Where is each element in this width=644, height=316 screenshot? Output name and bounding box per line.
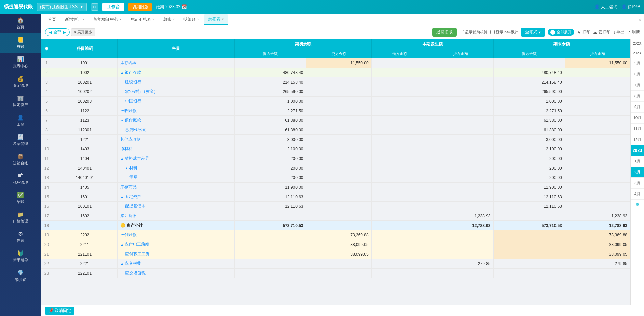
row-name[interactable]: 零星 bbox=[118, 173, 235, 183]
row-name[interactable]: ▲ 预付账款 bbox=[118, 116, 235, 125]
sidebar-item-wages[interactable]: 👤 工资 bbox=[0, 111, 41, 130]
row-name-link[interactable]: 应交增值税 bbox=[125, 271, 146, 275]
switch-version-button[interactable]: 切到旧版 bbox=[128, 3, 152, 11]
sidebar-item-tax[interactable]: 🏛 税务管理 bbox=[0, 169, 41, 188]
right-panel-apr[interactable]: 4月 bbox=[631, 189, 644, 200]
right-panel-year-2023-top[interactable]: 2023. bbox=[631, 39, 644, 48]
sidebar-item-purchase[interactable]: 📦 进销台账 bbox=[0, 150, 41, 169]
row-name[interactable]: 建设银行 bbox=[118, 77, 235, 87]
row-name-link[interactable]: 材料 bbox=[129, 166, 137, 170]
copy-button[interactable]: ⧉ bbox=[91, 3, 98, 11]
tab-home[interactable]: 首页 bbox=[44, 15, 60, 25]
row-name[interactable]: 原材料 bbox=[118, 144, 235, 154]
row-name[interactable]: ▲ 应付职工薪酬 bbox=[118, 240, 235, 249]
cancel-fixed-button[interactable]: 📌 取消固定 bbox=[45, 307, 74, 315]
format-button[interactable]: 全账式 ▾ bbox=[521, 28, 545, 37]
close-all-tabs-button[interactable]: × bbox=[639, 17, 641, 23]
row-name-link[interactable]: 其他应收款 bbox=[120, 137, 141, 142]
row-name[interactable]: ▲ 材料 bbox=[118, 163, 235, 173]
row-name[interactable]: 惠属EU公司 bbox=[118, 125, 235, 135]
sidebar-item-archive[interactable]: 📁 归档管理 bbox=[0, 208, 41, 227]
right-panel-sep[interactable]: 9月 bbox=[631, 102, 644, 113]
right-panel-year-2023-2[interactable]: 2023. bbox=[631, 48, 644, 58]
row-name[interactable]: ▲ 固定资产 bbox=[118, 192, 235, 202]
row-name-link[interactable]: 累计折旧 bbox=[120, 213, 137, 218]
tab-detail-ledger[interactable]: 明细账 × bbox=[179, 15, 203, 25]
row-name[interactable]: 应付职工工资 bbox=[118, 249, 235, 259]
ytd-checkbox-input[interactable] bbox=[490, 30, 495, 34]
row-name-link[interactable]: 应付账款 bbox=[120, 232, 137, 237]
workbench-button[interactable]: 工作台 bbox=[102, 3, 124, 11]
row-name-link[interactable]: 惠属EU公司 bbox=[125, 127, 147, 132]
right-panel-feb-active[interactable]: 2月 bbox=[631, 167, 644, 178]
row-name-link[interactable]: 应付职工工资 bbox=[125, 252, 150, 256]
right-panel-jun[interactable]: 6月 bbox=[631, 69, 644, 80]
return-old-version-button[interactable]: 退回旧版 bbox=[432, 28, 457, 37]
close-ledger-icon[interactable]: × bbox=[173, 18, 175, 21]
row-name[interactable]: ▲ 材料成本差异 bbox=[118, 154, 235, 163]
row-name-link[interactable]: 库存现金 bbox=[120, 60, 137, 65]
row-name-link[interactable]: 原材料 bbox=[120, 146, 133, 151]
col-settings-header[interactable]: ⚙ bbox=[41, 39, 52, 58]
sidebar-item-newbie[interactable]: 🔰 新手引导 bbox=[0, 247, 41, 266]
close-voucher-summary-icon[interactable]: × bbox=[152, 18, 154, 21]
row-name-link[interactable]: 应交税费 bbox=[125, 261, 141, 266]
filter-all-tag[interactable]: ◀ 全部 ▶ bbox=[45, 28, 70, 36]
tab-smart-verify[interactable]: 智能凭证中心 × bbox=[90, 15, 126, 25]
sidebar-item-reports[interactable]: 📊 报表中心 bbox=[0, 53, 41, 72]
row-name[interactable]: ▲ 应交税费 bbox=[118, 259, 235, 269]
close-smart-verify-icon[interactable]: × bbox=[120, 18, 122, 21]
row-name-link[interactable]: 中国银行 bbox=[125, 99, 141, 103]
sidebar-item-closing[interactable]: ✅ 结账 bbox=[0, 188, 41, 208]
expand-all-toggle[interactable]: 全部展开 bbox=[548, 29, 574, 36]
row-name[interactable]: 配提基记本 bbox=[118, 202, 235, 211]
row-name[interactable]: ▲ 银行存款 bbox=[118, 68, 235, 77]
close-new-voucher-icon[interactable]: × bbox=[83, 18, 85, 21]
row-name[interactable]: 应付账款 bbox=[118, 230, 235, 240]
row-name[interactable]: 累计折旧 bbox=[118, 211, 235, 221]
row-name-link[interactable]: 建设银行 bbox=[125, 80, 141, 84]
row-name[interactable]: 中国银行 bbox=[118, 97, 235, 106]
right-panel-aug[interactable]: 8月 bbox=[631, 91, 644, 102]
tab-voucher-summary[interactable]: 凭证汇总表 × bbox=[126, 15, 159, 25]
company-selector[interactable]: (劣前) 江西殷生-LSS ▼ bbox=[37, 3, 87, 11]
row-name-link[interactable]: 库存商品 bbox=[120, 185, 137, 189]
tab-ledger[interactable]: 总账 × bbox=[159, 15, 179, 25]
row-name-link[interactable]: 固定资产 bbox=[125, 194, 141, 199]
row-name[interactable]: 应交增值税 bbox=[118, 269, 235, 278]
sidebar-item-home[interactable]: 🏠 首页 bbox=[0, 14, 41, 33]
show-aux-checkbox[interactable]: 显示辅助核算 bbox=[460, 30, 488, 35]
row-name[interactable]: 应收账款 bbox=[118, 106, 235, 116]
row-name-link[interactable]: 零星 bbox=[129, 175, 138, 180]
right-panel-settings-icon[interactable]: ⚙ bbox=[631, 200, 644, 210]
right-panel-year-active[interactable]: 2023 bbox=[631, 145, 644, 156]
tab-new-voucher[interactable]: 新增凭证 × bbox=[61, 15, 89, 25]
row-name[interactable]: 库存现金 bbox=[118, 58, 235, 68]
show-ytd-checkbox[interactable]: 显示本年累计 bbox=[490, 30, 518, 35]
row-name[interactable]: 库存商品 bbox=[118, 183, 235, 192]
calendar-icon[interactable]: 📅 bbox=[182, 4, 187, 9]
row-name-link[interactable]: 材料成本差异 bbox=[125, 156, 149, 161]
sidebar-item-settings[interactable]: ⚙ 设置 bbox=[0, 227, 41, 247]
right-panel-jan[interactable]: 1月 bbox=[631, 156, 644, 167]
cloud-print-button[interactable]: ☁ 云打印 bbox=[593, 29, 611, 35]
row-name-link[interactable]: 农业银行（黄金） bbox=[125, 89, 158, 94]
user-info[interactable]: 👤 徐泽华 bbox=[621, 4, 640, 10]
row-name-link[interactable]: 配提基记本 bbox=[125, 204, 146, 209]
expand-more-button[interactable]: ▾ 展开更多 bbox=[71, 28, 95, 36]
close-balance-sheet-icon[interactable]: × bbox=[222, 17, 224, 21]
row-name-link[interactable]: 应收账款 bbox=[120, 108, 137, 113]
sidebar-item-member[interactable]: 💎 畅会员 bbox=[0, 266, 41, 286]
sidebar-item-fixed[interactable]: 🏢 固定资产 bbox=[0, 91, 41, 111]
right-panel-may[interactable]: 5月 bbox=[631, 58, 644, 69]
row-name[interactable]: 农业银行（黄金） bbox=[118, 87, 235, 97]
right-panel-dec[interactable]: 12月 bbox=[631, 134, 644, 145]
right-panel-mar[interactable]: 3月 bbox=[631, 178, 644, 189]
row-name[interactable]: 其他应收款 bbox=[118, 135, 235, 144]
sidebar-item-funds[interactable]: 💰 资金管理 bbox=[0, 72, 41, 91]
row-name-link[interactable]: 预付账款 bbox=[125, 118, 141, 123]
aux-checkbox-input[interactable] bbox=[460, 30, 464, 34]
refresh-button[interactable]: ↺ 刷新 bbox=[627, 29, 640, 35]
tab-balance-sheet[interactable]: 余额表 × bbox=[204, 14, 228, 25]
row-name-link[interactable]: 应付职工薪酬 bbox=[125, 242, 149, 247]
